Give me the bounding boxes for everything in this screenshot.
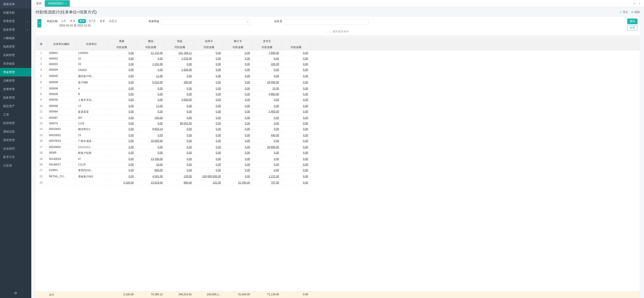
tab-close-all[interactable]: × (632, 1, 637, 6)
sales-select[interactable]: ··· (284, 19, 369, 25)
cell-amount-4[interactable]: 0.00 (224, 115, 252, 121)
cell-amount-6[interactable]: 0.00 (282, 132, 310, 138)
sidebar-item-15[interactable]: 基础信息 (0, 128, 31, 136)
cell-amount-6[interactable]: 0.00 (282, 174, 310, 180)
cell-amount-6[interactable]: 0.00 (282, 97, 310, 103)
sidebar-item-1[interactable]: 快捷导航 (0, 8, 31, 17)
cell-amount-1[interactable]: 12,132.00 (136, 50, 165, 56)
cell-amount-6[interactable]: 0.00 (282, 156, 310, 162)
cell-amount-4[interactable]: 0.00 (224, 156, 252, 162)
date-chip-1[interactable]: 本月 (69, 19, 77, 23)
cell-amount-1[interactable]: 0.00 (136, 109, 165, 115)
cell-amount-2[interactable]: 1,020.00 (165, 56, 194, 62)
cell-amount-4[interactable]: 0.00 (224, 50, 252, 56)
cell-amount-1[interactable]: 0.00 (136, 132, 165, 138)
cell-amount-2[interactable]: 0.00 (165, 162, 194, 168)
close-icon[interactable]: × (65, 2, 67, 5)
cell-amount-0[interactable]: 0.00 (107, 126, 136, 132)
cell-amount-3[interactable]: 0.00 (194, 126, 224, 132)
cell-amount-3[interactable]: 0.00 (194, 80, 224, 86)
cell-amount-4[interactable]: 0.00 (224, 138, 252, 144)
cell-amount-3[interactable]: 0.00 (194, 121, 224, 126)
cell-amount-5[interactable]: 28,600.00 (252, 144, 282, 150)
cell-amount-5[interactable]: 0.00 (252, 156, 282, 162)
date-chip-2[interactable]: 本年 (78, 19, 86, 23)
cell-amount-2[interactable]: 0.00 (165, 103, 194, 109)
cell-amount-1[interactable]: 600.00 (136, 168, 165, 174)
col-sub-1[interactable]: 付款金额 (136, 44, 165, 50)
cell-amount-3[interactable]: 0.00 (194, 73, 224, 80)
cell-amount-5[interactable]: 15.00 (252, 86, 282, 92)
cell-amount-2[interactable]: 0.00 (165, 132, 194, 138)
cell-amount-0[interactable]: 0.00 (107, 156, 136, 162)
cell-amount-4[interactable]: 0.00 (224, 121, 252, 126)
cell-amount-3[interactable]: 0.00 (194, 50, 224, 56)
cell-amount-4[interactable]: 0.00 (224, 62, 252, 67)
cell-amount-5[interactable]: 0.00 (252, 56, 282, 62)
cell-amount-0[interactable]: 0.00 (107, 162, 136, 168)
cell-amount-6[interactable]: 0.00 (282, 62, 310, 67)
col-code[interactable]: 往来单位编码 (47, 38, 76, 50)
sidebar-item-11[interactable]: 税务管理 (0, 94, 31, 102)
col-sub-6[interactable]: 付款金额 (282, 44, 310, 50)
sidebar-item-2[interactable]: 零售管理▸ (0, 17, 31, 26)
cell-amount-1[interactable]: 0.00 (136, 150, 165, 156)
cell-amount-5[interactable]: 0.00 (252, 67, 282, 73)
cell-amount-6[interactable]: 0.00 (282, 168, 310, 174)
cell-amount-0[interactable]: 0.00 (107, 67, 136, 73)
col-sub-2[interactable]: 付款金额 (165, 44, 194, 50)
cell-amount-6[interactable]: 0.00 (282, 150, 310, 156)
cell-amount-6[interactable]: 0.00 (282, 109, 310, 115)
cell-amount-2[interactable]: 0.00 (165, 156, 194, 162)
cell-amount-1[interactable]: 100.00 (136, 115, 165, 121)
cell-amount-1[interactable]: 10.00 (136, 162, 165, 168)
cell-amount-1[interactable]: 4,041.00 (136, 174, 165, 180)
sidebar-item-13[interactable]: 工资 (0, 110, 31, 119)
cell-amount-2[interactable]: 0.00 (165, 109, 194, 115)
cell-amount-3[interactable]: 0.00 (194, 97, 224, 103)
cell-amount-2[interactable]: 0.00 (165, 144, 194, 150)
cell-amount-3[interactable]: 0.00 (194, 156, 224, 162)
sidebar-item-4[interactable]: 小畅电商 (0, 34, 31, 42)
cell-amount-1[interactable]: 10,000.00 (136, 138, 165, 144)
cell-amount-5[interactable]: 0.00 (252, 162, 282, 168)
cell-amount-3[interactable]: 101.00 (194, 180, 224, 186)
cell-amount-5[interactable]: 7,695.00 (252, 50, 282, 56)
cell-amount-5[interactable]: 100.00 (252, 62, 282, 67)
cell-amount-3[interactable]: 0.00 (194, 138, 224, 144)
cell-amount-1[interactable]: 13,619.00 (136, 180, 165, 186)
sidebar-item-7[interactable]: 库存核算 (0, 60, 31, 68)
cell-amount-2[interactable]: 0.00 (165, 168, 194, 174)
tab-home[interactable]: 首页 (33, 0, 45, 7)
query-button[interactable]: 查询 (627, 18, 638, 24)
cell-amount-4[interactable]: 0.00 (224, 174, 252, 180)
cell-amount-6[interactable]: 0.00 (282, 86, 310, 92)
cell-amount-0[interactable]: 0.00 (107, 132, 136, 138)
sidebar-item-5[interactable]: 电商管理 (0, 42, 31, 51)
cell-amount-1[interactable]: 5,010.00 (136, 80, 165, 86)
cell-amount-5[interactable]: 0.00 (252, 73, 282, 80)
cell-amount-3[interactable]: 0.00 (194, 168, 224, 174)
cell-amount-5[interactable]: 0.00 (252, 121, 282, 126)
sidebar-item-16[interactable]: 系统管理 (0, 136, 31, 144)
sidebar-settings[interactable] (0, 289, 31, 298)
cell-amount-5[interactable]: 0.00 (252, 115, 282, 121)
tab-more[interactable]: ▾ (637, 1, 642, 6)
sidebar-item-10[interactable]: 发票管理 (0, 85, 31, 94)
cell-amount-4[interactable]: 0.00 (224, 162, 252, 168)
refresh-button[interactable]: ⟳ 刷新 (631, 10, 640, 14)
cell-amount-4[interactable]: 0.00 (224, 56, 252, 62)
cell-amount-0[interactable]: 0.00 (107, 56, 136, 62)
cell-amount-0[interactable]: 0.00 (107, 86, 136, 92)
sidebar-item-12[interactable]: 固定资产 (0, 102, 31, 110)
cell-amount-1[interactable]: 13,100.00 (136, 156, 165, 162)
cell-amount-2[interactable]: 0.00 (165, 62, 194, 67)
cell-amount-4[interactable]: 0.00 (224, 103, 252, 109)
cell-amount-5[interactable]: 0.00 (252, 103, 282, 109)
cell-amount-5[interactable]: 0.00 (252, 126, 282, 132)
cell-amount-6[interactable]: 0.00 (282, 115, 310, 121)
cell-amount-0[interactable]: 0.00 (107, 92, 136, 97)
col-sub-0[interactable]: 付款金额 (107, 44, 136, 50)
cell-amount-6[interactable]: 0.00 (282, 92, 310, 97)
cell-amount-3[interactable]: 0.00 (194, 109, 224, 115)
